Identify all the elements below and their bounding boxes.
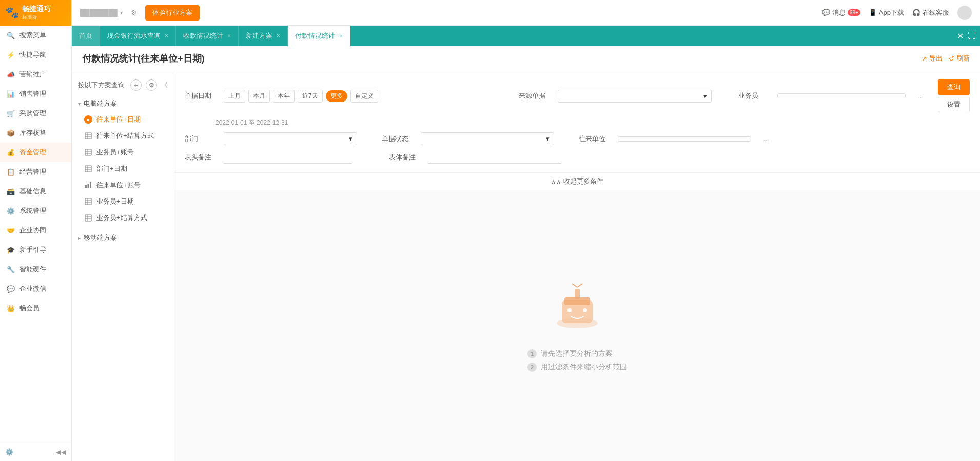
sidebar-item-search[interactable]: 🔍 搜索菜单 <box>0 26 71 45</box>
footer-settings-icon[interactable]: ⚙️ <box>5 448 13 456</box>
tab-payment-stats[interactable]: 付款情况统计 × <box>288 26 350 46</box>
sidebar-item-sales[interactable]: 📊 销售管理 <box>0 84 71 104</box>
tab-close-payment-stats[interactable]: × <box>339 32 343 39</box>
source-label: 来源单据 <box>519 91 550 101</box>
scheme-table2-icon <box>84 148 92 156</box>
scheme-table3-icon <box>84 165 92 173</box>
dept-select[interactable]: ▾ <box>224 132 357 145</box>
date-last-month-btn[interactable]: 上月 <box>224 90 245 103</box>
filter-add-button[interactable]: + <box>130 79 142 91</box>
sidebar-item-inventory[interactable]: 📦 库存核算 <box>0 123 71 143</box>
tip-num-1: 1 <box>527 349 537 358</box>
status-dropdown-icon: ▾ <box>546 135 550 143</box>
desktop-section-title[interactable]: ▾ 电脑端方案 <box>72 96 174 111</box>
date-this-year-btn[interactable]: 本年 <box>273 90 295 103</box>
company-selector[interactable]: ████████ <box>80 9 123 16</box>
tab-bank-flow[interactable]: 现金银行流水查询 × <box>100 26 176 46</box>
scheme-active-icon: ● <box>84 115 92 124</box>
sidebar-item-quick-nav[interactable]: ⚡ 快捷导航 <box>0 45 71 65</box>
tab-close-bank-flow[interactable]: × <box>165 32 168 39</box>
sidebar-item-operations[interactable]: 📋 经营管理 <box>0 162 71 182</box>
filter-collapse-button[interactable]: 《 <box>161 81 168 90</box>
sidebar-navigation: 🔍 搜索菜单 ⚡ 快捷导航 📣 营销推广 📊 销售管理 🛒 采购管理 📦 <box>0 26 71 443</box>
status-select[interactable]: ▾ <box>421 132 554 145</box>
scheme-item-salesperson-date[interactable]: 业务员+日期 <box>72 193 174 210</box>
tab-home[interactable]: 首页 <box>72 26 100 46</box>
service-icon: 🎧 <box>912 9 920 16</box>
tip-num-2: 2 <box>527 363 537 372</box>
collapse-more-btn[interactable]: ∧∧ 收起更多条件 <box>174 172 980 190</box>
tab-close-collection-stats[interactable]: × <box>227 32 231 39</box>
date-more-btn[interactable]: 更多 <box>326 90 347 102</box>
header-notes-label: 表头备注 <box>185 153 215 162</box>
scheme-item-dept-date[interactable]: 部门+日期 <box>72 161 174 177</box>
page-title: 付款情况统计(往来单位+日期) <box>82 52 205 65</box>
scheme-item-counterpart-date[interactable]: ● 往来单位+日期 <box>72 111 174 128</box>
scheme-item-counterpart-settlement[interactable]: 往来单位+结算方式 <box>72 128 174 144</box>
body-notes-input[interactable] <box>428 151 561 164</box>
tab-new-scheme[interactable]: 新建方案 × <box>239 26 288 46</box>
messages-button[interactable]: 💬 消息 99+ <box>822 8 860 17</box>
refresh-button[interactable]: ↺ 刷新 <box>949 54 970 63</box>
footer-collapse-icon[interactable]: ◀◀ <box>56 448 66 456</box>
scheme-chart-icon <box>84 181 92 189</box>
guide-icon: 🎓 <box>6 245 15 254</box>
date-this-month-btn[interactable]: 本月 <box>248 90 270 103</box>
scheme-item-salesperson-settlement[interactable]: 业务员+结算方式 <box>72 210 174 226</box>
online-service-button[interactable]: 🎧 在线客服 <box>912 8 949 17</box>
empty-illustration <box>546 279 608 341</box>
filter-header: 按以下方案查询 + ⚙ 《 <box>72 76 174 94</box>
sidebar-item-guide[interactable]: 🎓 新手引导 <box>0 240 71 259</box>
date-last-7days-btn[interactable]: 近7天 <box>298 90 323 103</box>
sidebar-item-system[interactable]: ⚙️ 系统管理 <box>0 201 71 221</box>
content-area: 按以下方案查询 + ⚙ 《 ▾ 电脑端方案 ● <box>72 71 980 461</box>
sidebar-item-basic-info[interactable]: 🗃️ 基础信息 <box>0 182 71 201</box>
filter-settings-button[interactable]: ⚙ <box>146 79 157 91</box>
desktop-section-arrow: ▾ <box>78 101 81 107</box>
tab-maximize-button[interactable]: ⛶ <box>968 31 976 41</box>
quick-nav-icon: ⚡ <box>6 50 15 59</box>
try-industry-button[interactable]: 体验行业方案 <box>145 5 200 21</box>
left-panel: 按以下方案查询 + ⚙ 《 ▾ 电脑端方案 ● <box>72 71 174 461</box>
counterpart-select[interactable] <box>618 136 751 142</box>
salesperson-select[interactable] <box>777 93 906 98</box>
status-label: 单据状态 <box>382 134 413 144</box>
system-icon: ⚙️ <box>6 206 15 215</box>
sidebar-item-marketing[interactable]: 📣 营销推广 <box>0 65 71 84</box>
sidebar-item-hardware[interactable]: 🔧 智能硬件 <box>0 259 71 279</box>
tab-collection-stats[interactable]: 收款情况统计 × <box>176 26 239 46</box>
header-notes-input[interactable] <box>224 151 352 164</box>
counterpart-dots[interactable]: ... <box>763 135 769 143</box>
date-custom-btn[interactable]: 自定义 <box>350 90 378 103</box>
mobile-scheme-section: ▸ 移动端方案 <box>72 228 174 248</box>
mobile-section-title[interactable]: ▸ 移动端方案 <box>72 230 174 246</box>
app-download-button[interactable]: 📱 App下载 <box>869 8 904 17</box>
source-select[interactable]: ▾ <box>558 90 712 103</box>
search-nav-icon: 🔍 <box>6 31 15 40</box>
scheme-item-salesperson-account[interactable]: 业务员+账号 <box>72 144 174 161</box>
sidebar-item-cooperation[interactable]: 🤝 企业协同 <box>0 221 71 240</box>
topbar-settings-button[interactable]: ⚙ <box>127 6 141 20</box>
tab-close-new-scheme[interactable]: × <box>277 32 280 39</box>
export-icon: ↗ <box>922 55 927 63</box>
sidebar-item-weixin[interactable]: 💬 企业微信 <box>0 279 71 298</box>
export-button[interactable]: ↗ 导出 <box>922 54 943 63</box>
tab-close-all-button[interactable]: ✕ <box>957 31 964 41</box>
scheme-item-counterpart-account[interactable]: 往来单位+账号 <box>72 177 174 193</box>
sidebar-item-finance[interactable]: 💰 资金管理 <box>0 143 71 162</box>
salesperson-dots[interactable]: ... <box>918 92 924 100</box>
sidebar-footer: ⚙️ ◀◀ <box>0 443 71 461</box>
top-bar: ████████ ⚙ 体验行业方案 💬 消息 99+ 📱 App下载 🎧 <box>72 0 980 26</box>
sidebar-item-purchase[interactable]: 🛒 采购管理 <box>0 104 71 123</box>
query-button[interactable]: 查询 <box>938 79 970 95</box>
filter-row-3: 表头备注 表体备注 <box>185 151 970 164</box>
empty-tip-1: 1 请先选择要分析的方案 <box>527 349 627 358</box>
operations-icon: 📋 <box>6 167 15 176</box>
download-icon: 📱 <box>869 9 877 16</box>
sidebar-item-vip[interactable]: 👑 畅会员 <box>0 298 71 318</box>
basic-info-icon: 🗃️ <box>6 187 15 196</box>
user-avatar[interactable] <box>957 6 972 20</box>
empty-tips: 1 请先选择要分析的方案 2 用过滤条件来缩小分析范围 <box>527 349 627 372</box>
finance-icon: 💰 <box>6 148 15 157</box>
settings-button[interactable]: 设置 <box>938 97 970 112</box>
